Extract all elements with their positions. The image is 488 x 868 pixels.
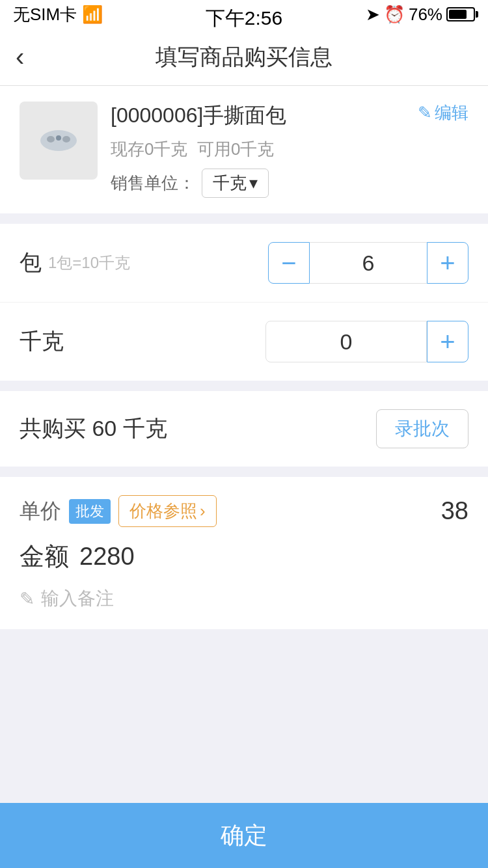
price-ref-button[interactable]: 价格参照 › bbox=[118, 495, 217, 527]
product-card: [0000006]手撕面包 现存0千克 可用0千克 销售单位： 千克 ▾ bbox=[20, 102, 468, 198]
price-row: 单价 批发 价格参照 › 38 bbox=[20, 495, 468, 527]
edit-icon: ✎ bbox=[418, 103, 432, 123]
chevron-right-icon: › bbox=[200, 501, 206, 521]
chevron-down-icon: ▾ bbox=[249, 173, 258, 193]
product-info: [0000006]手撕面包 现存0千克 可用0千克 销售单位： 千克 ▾ bbox=[111, 102, 468, 198]
kilogram-qty-control: + bbox=[265, 321, 468, 362]
total-text: 共购买 60 千克 bbox=[20, 414, 167, 444]
svg-point-1 bbox=[47, 136, 55, 142]
product-stock: 现存0千克 可用0千克 bbox=[111, 138, 468, 161]
amount-label: 金额 bbox=[20, 540, 69, 573]
battery-fill bbox=[449, 10, 467, 19]
remark-placeholder: 输入备注 bbox=[41, 586, 114, 611]
package-section: 包 1包=10千克 − + 千克 + bbox=[0, 224, 488, 381]
svg-point-2 bbox=[62, 136, 70, 142]
kilogram-row: 千克 + bbox=[0, 303, 488, 381]
nav-bar: ‹ 填写商品购买信息 bbox=[0, 29, 488, 86]
price-value: 38 bbox=[441, 497, 468, 525]
batch-button[interactable]: 录批次 bbox=[376, 409, 468, 448]
carrier-text: 无SIM卡 bbox=[13, 3, 77, 26]
package-row: 包 1包=10千克 − + bbox=[0, 224, 488, 303]
unit-select[interactable]: 千克 ▾ bbox=[202, 169, 269, 198]
package-minus-button[interactable]: − bbox=[268, 242, 310, 284]
kilogram-plus-button[interactable]: + bbox=[427, 321, 468, 362]
amount-row: 金额 2280 bbox=[20, 540, 468, 573]
price-label: 单价 bbox=[20, 497, 61, 526]
content-spacer bbox=[0, 629, 488, 824]
pencil-icon: ✎ bbox=[20, 588, 34, 610]
kilogram-label: 千克 bbox=[20, 327, 64, 357]
total-section: 共购买 60 千克 录批次 bbox=[0, 391, 488, 467]
package-hint: 1包=10千克 bbox=[48, 252, 130, 273]
status-right: ➤ ⏰ 76% bbox=[366, 5, 475, 25]
status-bar: 无SIM卡 📶 下午2:56 ➤ ⏰ 76% bbox=[0, 0, 488, 29]
product-name: [0000006]手撕面包 bbox=[111, 102, 468, 130]
location-icon: ➤ bbox=[366, 5, 380, 25]
package-label: 包 bbox=[20, 248, 42, 278]
package-qty-input[interactable] bbox=[310, 242, 427, 284]
battery-percent: 76% bbox=[409, 5, 442, 25]
status-time: 下午2:56 bbox=[206, 5, 282, 32]
battery-icon bbox=[446, 7, 475, 21]
remark-row[interactable]: ✎ 输入备注 bbox=[20, 586, 468, 611]
alarm-icon: ⏰ bbox=[384, 5, 405, 25]
product-unit-row: 销售单位： 千克 ▾ bbox=[111, 169, 468, 198]
price-type-tag: 批发 bbox=[69, 499, 111, 524]
wifi-icon: 📶 bbox=[82, 5, 103, 25]
confirm-label: 确定 bbox=[221, 820, 267, 852]
page-title: 填写商品购买信息 bbox=[156, 42, 332, 72]
confirm-button[interactable]: 确定 bbox=[0, 803, 488, 868]
package-plus-button[interactable]: + bbox=[427, 242, 468, 284]
svg-point-3 bbox=[56, 135, 61, 141]
status-left: 无SIM卡 📶 bbox=[13, 3, 103, 26]
price-section: 单价 批发 价格参照 › 38 金额 2280 ✎ 输入备注 bbox=[0, 477, 488, 629]
product-image bbox=[20, 102, 98, 180]
edit-button[interactable]: ✎ 编辑 bbox=[418, 102, 468, 124]
package-qty-control: − + bbox=[268, 242, 468, 284]
kilogram-qty-input[interactable] bbox=[265, 321, 427, 362]
amount-value: 2280 bbox=[79, 543, 135, 571]
back-button[interactable]: ‹ bbox=[16, 42, 24, 72]
